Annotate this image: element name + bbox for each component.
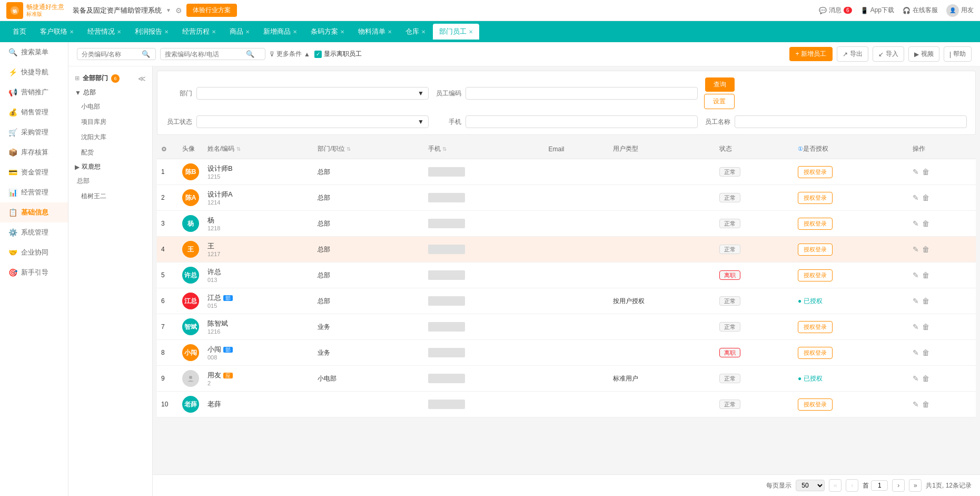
sidebar-item-enterprise[interactable]: 🤝 企业协同 — [0, 242, 68, 262]
edit-btn[interactable]: ✎ — [913, 348, 919, 357]
dept-item-zongbu-header[interactable]: ▼ 总部 — [68, 86, 152, 99]
dept-search-input[interactable] — [82, 51, 140, 58]
sidebar-item-guide[interactable]: 🎯 新手引导 — [0, 262, 68, 283]
tab-profit[interactable]: 利润报告 ✕ — [128, 24, 175, 40]
col-settings[interactable]: ⚙ — [157, 139, 178, 159]
tab-warehouse[interactable]: 仓库 ✕ — [399, 24, 432, 40]
sidebar-item-quicknav[interactable]: ⚡ 快捷导航 — [0, 62, 68, 82]
export-button[interactable]: ↗ 导出 — [837, 46, 868, 62]
delete-btn[interactable]: 🗑 — [922, 193, 929, 202]
edit-btn[interactable]: ✎ — [913, 168, 919, 176]
last-page-btn[interactable]: » — [909, 479, 922, 492]
help-button[interactable]: | 帮助 — [944, 46, 972, 62]
tab-customer[interactable]: 客户联络 ✕ — [34, 24, 80, 40]
close-icon[interactable]: ✕ — [212, 29, 216, 35]
dept-item-shuanglu[interactable]: ▶ 双鹿想 — [68, 160, 152, 173]
app-download-btn[interactable]: 📱 App下载 — [860, 6, 894, 15]
col-phone[interactable]: 手机 ⇅ — [424, 139, 545, 159]
close-icon[interactable]: ✕ — [340, 29, 344, 35]
sidebar-item-system[interactable]: ⚙️ 系统管理 — [0, 222, 68, 242]
dept-item-shenyang[interactable]: 沈阳大库 — [68, 130, 152, 145]
message-btn[interactable]: 💬 消息 6 — [819, 6, 852, 15]
show-inactive-toggle[interactable]: ✓ 显示离职员工 — [314, 50, 362, 59]
close-icon[interactable]: ✕ — [117, 29, 121, 35]
filter-empcode-input[interactable] — [466, 87, 698, 100]
next-page-btn[interactable]: › — [892, 479, 905, 492]
reset-button[interactable]: 设置 — [704, 94, 735, 109]
delete-btn[interactable]: 🗑 — [922, 323, 929, 331]
delete-btn[interactable]: 🗑 — [922, 374, 929, 383]
dept-item-zhishu[interactable]: 植树王二 — [68, 189, 152, 204]
sidebar-item-sales[interactable]: 💰 销售管理 — [0, 102, 68, 122]
more-filter-btn[interactable]: ⊽ 更多条件 ▲ — [270, 50, 310, 59]
edit-btn[interactable]: ✎ — [913, 323, 919, 331]
first-page-btn[interactable]: « — [829, 479, 842, 492]
filter-phone-input[interactable] — [466, 115, 698, 128]
delete-btn[interactable]: 🗑 — [922, 348, 929, 357]
dept-item-xiaodiandu[interactable]: 小电部 — [68, 99, 152, 114]
close-icon[interactable]: ✕ — [164, 29, 169, 35]
import-button[interactable]: ↙ 导入 — [873, 46, 904, 62]
settings-icon[interactable]: ⚙ — [161, 145, 167, 153]
all-dept-label[interactable]: ⊞ 全部部门 6 — [75, 74, 120, 83]
edit-btn[interactable]: ✎ — [913, 271, 919, 279]
auth-btn[interactable]: 授权登录 — [798, 166, 833, 178]
delete-btn[interactable]: 🗑 — [922, 400, 929, 409]
delete-btn[interactable]: 🗑 — [922, 271, 929, 279]
sidebar-item-search[interactable]: 🔍 搜索菜单 — [0, 42, 68, 62]
dept-item-zongbu2[interactable]: 总部 — [68, 173, 152, 189]
edit-btn[interactable]: ✎ — [913, 219, 919, 228]
close-icon[interactable]: ✕ — [421, 29, 425, 35]
dept-item-project[interactable]: 项目库房 — [68, 114, 152, 130]
sidebar-item-finance[interactable]: 💳 资金管理 — [0, 162, 68, 182]
filter-status-select[interactable]: ▼ — [196, 115, 429, 128]
user-area[interactable]: 👤 用友 — [946, 4, 974, 17]
delete-btn[interactable]: 🗑 — [922, 219, 929, 228]
filter-empname-input[interactable] — [735, 115, 967, 128]
delete-btn[interactable]: 🗑 — [922, 297, 929, 305]
auth-btn[interactable]: 授权登录 — [798, 347, 833, 359]
delete-btn[interactable]: 🗑 — [922, 168, 929, 176]
tab-home[interactable]: 首页 — [6, 24, 33, 40]
sidebar-item-marketing[interactable]: 📢 营销推广 — [0, 82, 68, 102]
auth-btn[interactable]: 授权登录 — [798, 269, 833, 281]
auth-btn[interactable]: 授权登录 — [798, 244, 833, 256]
close-icon[interactable]: ✕ — [293, 29, 297, 35]
tab-goods[interactable]: 商品 ✕ — [223, 24, 256, 40]
online-service-btn[interactable]: 🎧 在线客服 — [903, 6, 938, 15]
add-employee-button[interactable]: + 新增员工 — [789, 47, 833, 61]
page-size-select[interactable]: 50 100 — [796, 480, 825, 491]
tab-employees[interactable]: 部门员工 ✕ — [433, 24, 479, 40]
tab-add-goods[interactable]: 新增商品 ✕ — [257, 24, 303, 40]
dept-search-icon[interactable]: 🔍 — [142, 50, 150, 58]
collapse-icon[interactable]: ≪ — [138, 74, 146, 83]
sidebar-item-ops[interactable]: 📊 经营管理 — [0, 182, 68, 202]
edit-btn[interactable]: ✎ — [913, 374, 919, 383]
emp-search-input[interactable] — [165, 51, 244, 58]
auth-btn[interactable]: 授权登录 — [798, 192, 833, 204]
sidebar-item-purchase[interactable]: 🛒 采购管理 — [0, 122, 68, 142]
edit-btn[interactable]: ✎ — [913, 297, 919, 305]
close-icon[interactable]: ✕ — [469, 29, 473, 35]
auth-btn[interactable]: 授权登录 — [798, 321, 833, 333]
close-icon[interactable]: ✕ — [245, 29, 250, 35]
sidebar-item-basic[interactable]: 📋 基础信息 — [0, 202, 68, 222]
auth-btn[interactable]: 授权登录 — [798, 218, 833, 230]
edit-btn[interactable]: ✎ — [913, 400, 919, 409]
emp-search-icon[interactable]: 🔍 — [246, 50, 254, 58]
col-dept[interactable]: 部门/职位 ⇅ — [313, 139, 423, 159]
trial-button[interactable]: 体验行业方案 — [186, 4, 237, 17]
dept-item-peihuo[interactable]: 配货 — [68, 145, 152, 160]
prev-page-btn[interactable]: ‹ — [846, 479, 858, 492]
tab-history[interactable]: 经营历程 ✕ — [176, 24, 222, 40]
video-button[interactable]: ▶ 视频 — [908, 46, 939, 62]
close-icon[interactable]: ✕ — [70, 29, 74, 35]
sidebar-item-inventory[interactable]: 📦 库存核算 — [0, 142, 68, 162]
delete-btn[interactable]: 🗑 — [922, 245, 929, 254]
query-button[interactable]: 查询 — [705, 77, 735, 92]
tab-bom[interactable]: 物料清单 ✕ — [352, 24, 398, 40]
auth-btn[interactable]: 授权登录 — [798, 398, 833, 411]
col-name[interactable]: 姓名/编码 ⇅ — [203, 139, 313, 159]
edit-btn[interactable]: ✎ — [913, 193, 919, 202]
tab-barcode[interactable]: 条码方案 ✕ — [304, 24, 351, 40]
